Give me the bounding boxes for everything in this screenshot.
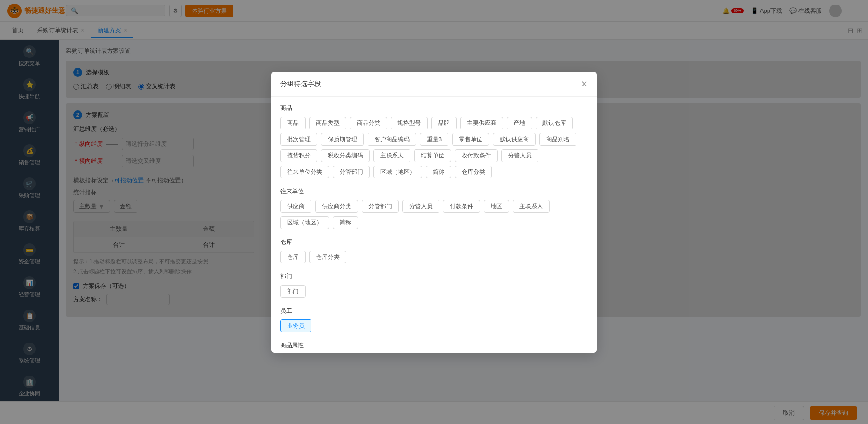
modal-section-warehouse: 仓库 仓库 仓库分类 xyxy=(280,238,588,263)
chip-settlement-unit[interactable]: 结算单位 xyxy=(414,149,451,162)
chip-supplier[interactable]: 供应商 xyxy=(280,200,311,213)
chip-goods-type[interactable]: 商品类型 xyxy=(309,117,346,129)
chip-retail-unit[interactable]: 零售单位 xyxy=(452,133,489,146)
chip-warehouse[interactable]: 仓库 xyxy=(280,251,306,263)
chip-department[interactable]: 部门 xyxy=(280,285,306,298)
modal: 分组待选字段 ✕ 商品 商品 商品类型 商品分类 规格型号 品牌 主要供应商 产… xyxy=(271,72,597,353)
chip-pick-points[interactable]: 拣货积分 xyxy=(280,149,317,162)
chip-goods-category[interactable]: 商品分类 xyxy=(350,117,387,129)
modal-section-counterpart: 往来单位 供应商 供应商分类 分管部门 分管人员 付款条件 地区 主联系人 区域… xyxy=(280,187,588,229)
modal-section-goods: 商品 商品 商品类型 商品分类 规格型号 品牌 主要供应商 产地 默认仓库 批次… xyxy=(280,104,588,178)
chip-warehouse-category[interactable]: 仓库分类 xyxy=(455,166,492,178)
chip-main-contact2[interactable]: 主联系人 xyxy=(513,200,550,213)
modal-header: 分组待选字段 ✕ xyxy=(271,72,597,97)
chip-default-supplier[interactable]: 默认供应商 xyxy=(493,133,536,146)
modal-section-employee: 员工 业务员 xyxy=(280,307,588,332)
chip-origin[interactable]: 产地 xyxy=(507,117,532,129)
modal-section-goods-attr: 商品属性 属性 颜色 多规格 尺码 鞋码 1 xyxy=(280,341,588,353)
chip-weight3[interactable]: 重量3 xyxy=(420,133,448,146)
chip-shelf-life[interactable]: 保质期管理 xyxy=(321,133,364,146)
chip-dept-person[interactable]: 分管人员 xyxy=(501,149,538,162)
modal-close-button[interactable]: ✕ xyxy=(581,79,588,89)
chip-default-warehouse[interactable]: 默认仓库 xyxy=(536,117,573,129)
chip-abbr2[interactable]: 简称 xyxy=(333,216,358,229)
chip-main-contact[interactable]: 主联系人 xyxy=(373,149,410,162)
chip-brand[interactable]: 品牌 xyxy=(431,117,457,129)
dept-section-title: 部门 xyxy=(280,272,588,281)
chip-goods[interactable]: 商品 xyxy=(280,117,306,129)
chip-counterpart-category[interactable]: 往来单位分类 xyxy=(280,166,329,178)
chip-tax-code[interactable]: 税收分类编码 xyxy=(321,149,370,162)
chip-supplier-category[interactable]: 供应商分类 xyxy=(315,200,358,213)
employee-section-title: 员工 xyxy=(280,307,588,315)
chip-spec-model[interactable]: 规格型号 xyxy=(391,117,428,129)
modal-title: 分组待选字段 xyxy=(280,80,321,88)
chip-abbr[interactable]: 简称 xyxy=(426,166,451,178)
warehouse-section-title: 仓库 xyxy=(280,238,588,246)
dept-field-chips: 部门 xyxy=(280,285,588,298)
chip-main-supplier[interactable]: 主要供应商 xyxy=(460,117,503,129)
goods-field-chips: 商品 商品类型 商品分类 规格型号 品牌 主要供应商 产地 默认仓库 批次管理 … xyxy=(280,117,588,178)
chip-payment-terms[interactable]: 收付款条件 xyxy=(455,149,498,162)
chip-batch-mgmt[interactable]: 批次管理 xyxy=(280,133,317,146)
modal-overlay: 分组待选字段 ✕ 商品 商品 商品类型 商品分类 规格型号 品牌 主要供应商 产… xyxy=(0,0,868,424)
modal-body: 商品 商品 商品类型 商品分类 规格型号 品牌 主要供应商 产地 默认仓库 批次… xyxy=(271,97,597,353)
chip-warehouse-cat[interactable]: 仓库分类 xyxy=(309,251,346,263)
chip-region2[interactable]: 区域（地区） xyxy=(280,216,329,229)
goods-attr-section-title: 商品属性 xyxy=(280,341,588,349)
counterpart-section-title: 往来单位 xyxy=(280,187,588,195)
counterpart-field-chips: 供应商 供应商分类 分管部门 分管人员 付款条件 地区 主联系人 区域（地区） … xyxy=(280,200,588,229)
chip-mgmt-person[interactable]: 分管人员 xyxy=(402,200,439,213)
chip-region[interactable]: 区域（地区） xyxy=(373,166,422,178)
chip-dept[interactable]: 分管部门 xyxy=(333,166,370,178)
warehouse-field-chips: 仓库 仓库分类 xyxy=(280,251,588,263)
employee-field-chips: 业务员 xyxy=(280,319,588,332)
chip-district[interactable]: 地区 xyxy=(484,200,509,213)
goods-section-title: 商品 xyxy=(280,104,588,112)
chip-goods-alias[interactable]: 商品别名 xyxy=(539,133,576,146)
chip-mgmt-dept[interactable]: 分管部门 xyxy=(362,200,399,213)
chip-payment-condition[interactable]: 付款条件 xyxy=(443,200,480,213)
chip-customer-sku[interactable]: 客户商品编码 xyxy=(368,133,416,146)
chip-salesperson[interactable]: 业务员 xyxy=(280,319,311,332)
modal-section-department: 部门 部门 xyxy=(280,272,588,298)
